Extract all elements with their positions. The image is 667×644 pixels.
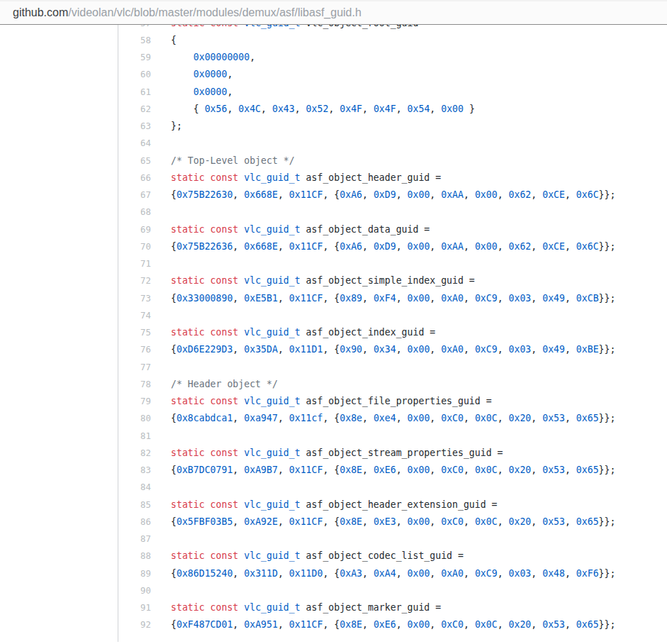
code-text: 0x0000, — [171, 66, 232, 83]
code-line: 69static const vlc_guid_t asf_object_dat… — [118, 221, 667, 238]
line-number[interactable]: 88 — [118, 548, 151, 565]
line-number[interactable]: 74 — [118, 307, 151, 324]
line-number[interactable]: 58 — [118, 32, 151, 49]
browser-address-bar[interactable]: github.com/videolan/vlc/blob/master/modu… — [0, 0, 667, 25]
line-number[interactable]: 65 — [118, 152, 151, 170]
url-domain: github.com — [13, 6, 68, 19]
line-number[interactable]: 73 — [118, 290, 151, 307]
code-text: static const vlc_guid_t asf_object_simpl… — [171, 272, 475, 289]
code-line: 62 { 0x56, 0x4C, 0x43, 0x52, 0x4F, 0x4F,… — [118, 101, 667, 118]
line-number[interactable]: 85 — [118, 496, 151, 513]
line-number[interactable]: 57 — [118, 25, 151, 32]
code-line: 73{0x33000890, 0xE5B1, 0x11CF, {0x89, 0x… — [118, 290, 667, 307]
code-line: 58{ — [118, 32, 667, 49]
line-number[interactable]: 80 — [118, 410, 151, 427]
code-line: 90 — [118, 582, 667, 599]
line-number[interactable]: 77 — [118, 359, 151, 376]
code-line: 87 — [118, 531, 667, 548]
line-number[interactable]: 59 — [118, 49, 151, 66]
code-text: { — [171, 32, 176, 49]
code-blob-view: 57static const vlc_guid_t vlc_object_roo… — [118, 25, 667, 642]
code-line: 57static const vlc_guid_t vlc_object_roo… — [118, 25, 667, 32]
code-line: 67{0x75B22630, 0x668E, 0x11CF, {0xA6, 0x… — [118, 187, 667, 204]
line-number[interactable]: 79 — [118, 393, 151, 410]
code-line: 61 0x0000, — [118, 84, 667, 101]
line-number[interactable]: 70 — [118, 238, 151, 255]
line-number[interactable]: 90 — [118, 582, 151, 599]
code-line: 71 — [118, 255, 667, 272]
code-text: {0xB7DC0791, 0xA9B7, 0x11CF, {0x8E, 0xE6… — [171, 462, 615, 479]
code-line: 89{0x86D15240, 0x311D, 0x11D0, {0xA3, 0x… — [118, 565, 667, 582]
code-line: 66static const vlc_guid_t asf_object_hea… — [118, 170, 667, 187]
code-text: /* Header object */ — [171, 376, 278, 393]
code-text: {0x75B22630, 0x668E, 0x11CF, {0xA6, 0xD9… — [171, 187, 615, 204]
line-number[interactable]: 91 — [118, 599, 151, 616]
line-number[interactable]: 92 — [118, 616, 151, 633]
code-text: /* Top-Level object */ — [171, 152, 295, 170]
code-line: 84 — [118, 479, 667, 496]
code-line: 65/* Top-Level object */ — [118, 152, 667, 170]
line-number[interactable]: 89 — [118, 565, 151, 582]
code-text: {0x86D15240, 0x311D, 0x11D0, {0xA3, 0xA4… — [171, 565, 615, 582]
code-line: 92{0xF487CD01, 0xA951, 0x11CF, {0x8E, 0x… — [118, 616, 667, 633]
url-path: /videolan/vlc/blob/master/modules/demux/… — [68, 6, 361, 19]
code-line: 85static const vlc_guid_t asf_object_hea… — [118, 496, 667, 513]
code-line: 63}; — [118, 118, 667, 135]
code-line: 74 — [118, 307, 667, 324]
line-number[interactable]: 76 — [118, 341, 151, 358]
line-number[interactable]: 71 — [118, 255, 151, 272]
line-number[interactable]: 66 — [118, 170, 151, 187]
line-number[interactable]: 60 — [118, 66, 151, 83]
line-number[interactable]: 67 — [118, 187, 151, 204]
code-line: 88static const vlc_guid_t asf_object_cod… — [118, 548, 667, 565]
line-number[interactable]: 62 — [118, 101, 151, 118]
code-text: 0x0000, — [171, 84, 232, 101]
code-text: { 0x56, 0x4C, 0x43, 0x52, 0x4F, 0x4F, 0x… — [171, 101, 475, 118]
code-text: {0x33000890, 0xE5B1, 0x11CF, {0x89, 0xF4… — [171, 290, 615, 307]
line-number[interactable]: 61 — [118, 84, 151, 101]
code-text: {0xD6E229D3, 0x35DA, 0x11D1, {0x90, 0x34… — [171, 341, 615, 358]
code-line: 80{0x8cabdca1, 0xa947, 0x11cf, {0x8e, 0x… — [118, 410, 667, 427]
code-text: static const vlc_guid_t asf_object_heade… — [171, 496, 498, 513]
line-number[interactable]: 63 — [118, 118, 151, 135]
line-number[interactable]: 72 — [118, 272, 151, 289]
line-number[interactable]: 82 — [118, 445, 151, 462]
line-number[interactable]: 75 — [118, 324, 151, 341]
code-line: 75static const vlc_guid_t asf_object_ind… — [118, 324, 667, 341]
line-number[interactable]: 84 — [118, 479, 151, 496]
code-line: 70{0x75B22636, 0x668E, 0x11CF, {0xA6, 0x… — [118, 238, 667, 255]
code-text: {0xF487CD01, 0xA951, 0x11CF, {0x8E, 0xE6… — [171, 616, 615, 633]
code-line: 72static const vlc_guid_t asf_object_sim… — [118, 272, 667, 289]
line-number[interactable]: 78 — [118, 376, 151, 393]
code-line: 78/* Header object */ — [118, 376, 667, 393]
code-text: {0x5FBF03B5, 0xA92E, 0x11CF, {0x8E, 0xE3… — [171, 513, 615, 531]
code-text: static const vlc_guid_t asf_object_strea… — [171, 445, 503, 462]
code-text: static const vlc_guid_t asf_object_data_… — [171, 221, 430, 238]
code-line: 77 — [118, 359, 667, 376]
code-lines: 57static const vlc_guid_t vlc_object_roo… — [118, 25, 667, 634]
code-line: 60 0x0000, — [118, 66, 667, 83]
line-number[interactable]: 83 — [118, 462, 151, 479]
line-number[interactable]: 68 — [118, 204, 151, 221]
code-line: 68 — [118, 204, 667, 221]
code-text: {0x8cabdca1, 0xa947, 0x11cf, {0x8e, 0xe4… — [171, 410, 615, 427]
code-text: static const vlc_guid_t asf_object_index… — [171, 324, 435, 341]
code-text: static const vlc_guid_t asf_object_codec… — [171, 548, 464, 565]
line-number[interactable]: 69 — [118, 221, 151, 238]
code-line: 79static const vlc_guid_t asf_object_fil… — [118, 393, 667, 410]
line-number[interactable]: 86 — [118, 513, 151, 531]
line-number[interactable]: 81 — [118, 428, 151, 445]
code-line: 59 0x00000000, — [118, 49, 667, 66]
code-text: static const vlc_guid_t vlc_object_root_… — [171, 25, 430, 32]
line-number[interactable]: 64 — [118, 135, 151, 152]
line-number[interactable]: 87 — [118, 531, 151, 548]
code-line: 76{0xD6E229D3, 0x35DA, 0x11D1, {0x90, 0x… — [118, 341, 667, 358]
code-text: {0x75B22636, 0x668E, 0x11CF, {0xA6, 0xD9… — [171, 238, 615, 255]
code-line: 64 — [118, 135, 667, 152]
code-text: static const vlc_guid_t asf_object_marke… — [171, 599, 441, 616]
left-margin — [0, 25, 118, 642]
code-text: }; — [171, 118, 182, 135]
code-line: 91static const vlc_guid_t asf_object_mar… — [118, 599, 667, 616]
code-line: 82static const vlc_guid_t asf_object_str… — [118, 445, 667, 462]
code-text: static const vlc_guid_t asf_object_heade… — [171, 170, 441, 187]
